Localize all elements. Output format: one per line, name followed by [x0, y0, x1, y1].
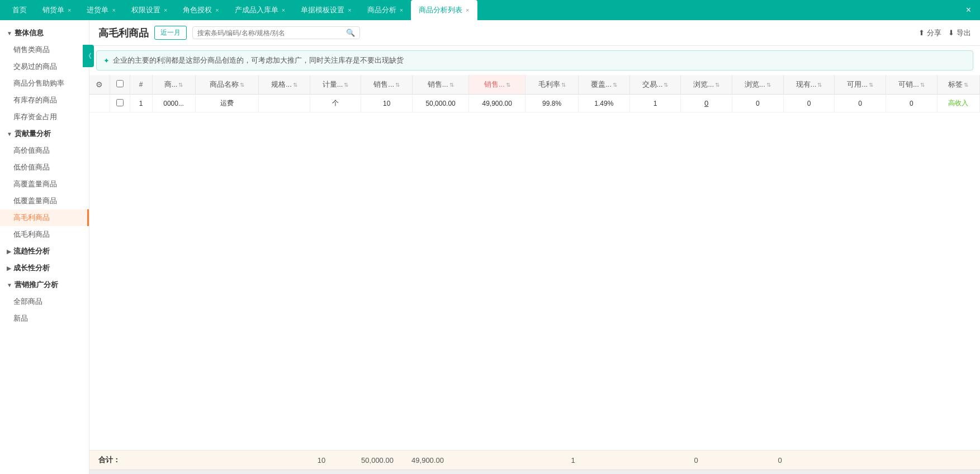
footer-available: 0	[758, 456, 802, 464]
col-view1[interactable]: 浏览... ⇅	[681, 75, 732, 95]
sidebar-item-assist-rate[interactable]: 商品分售助购率	[0, 75, 89, 92]
col-view1-sort[interactable]: ⇅	[715, 82, 719, 88]
sidebar-item-sale-goods-label: 销售类商品	[13, 45, 50, 54]
col-saleable[interactable]: 可销... ⇅	[886, 75, 938, 95]
sidebar-item-new-goods[interactable]: 新品	[0, 310, 89, 327]
tab-permission-close[interactable]: ×	[164, 7, 167, 13]
col-check[interactable]	[110, 75, 130, 95]
col-sale-profit[interactable]: 销售... ⇅	[469, 75, 525, 95]
col-code[interactable]: 商... ⇅	[152, 75, 195, 95]
sidebar-collapse-btn[interactable]: 《	[83, 45, 94, 67]
tab-role[interactable]: 角色授权 ×	[175, 0, 226, 20]
sidebar-item-low-value[interactable]: 低价值商品	[0, 159, 89, 176]
tab-sales[interactable]: 销货单 ×	[35, 0, 79, 20]
sidebar-item-high-value[interactable]: 高价值商品	[0, 142, 89, 159]
tab-analysis[interactable]: 商品分析 ×	[359, 0, 411, 20]
col-spec[interactable]: 规格... ⇅	[259, 75, 310, 95]
tab-template-close[interactable]: ×	[348, 7, 351, 13]
sidebar-item-low-coverage-label: 低覆盖量商品	[13, 196, 57, 205]
col-sale-qty-label: 销售...	[373, 79, 394, 90]
col-view2-sort[interactable]: ⇅	[766, 82, 771, 88]
sidebar-item-traded-goods[interactable]: 交易过的商品	[0, 58, 89, 75]
sidebar-group-growth[interactable]: ▶ 成长性分析	[0, 260, 89, 276]
row-view1-cell[interactable]: 0	[681, 95, 732, 112]
col-coverage-sort[interactable]: ⇅	[613, 82, 617, 88]
col-sale-profit-sort[interactable]: ⇅	[506, 82, 510, 88]
col-gross-rate-sort[interactable]: ⇅	[561, 82, 566, 88]
tab-purchase-close[interactable]: ×	[112, 7, 115, 13]
tab-product[interactable]: 产成品入库单 ×	[227, 0, 293, 20]
col-num: #	[130, 75, 152, 95]
col-sale-amt-sort[interactable]: ⇅	[449, 82, 454, 88]
select-all-checkbox[interactable]	[116, 80, 124, 87]
sidebar-group-growth-arrow: ▶	[7, 265, 11, 271]
tab-sales-close[interactable]: ×	[68, 7, 71, 13]
sidebar-group-contribution-label: 贡献量分析	[15, 129, 51, 139]
export-btn[interactable]: ⬇ 导出	[948, 28, 971, 38]
tab-product-close[interactable]: ×	[282, 7, 285, 13]
row-view1-link[interactable]: 0	[704, 99, 708, 107]
tab-role-close[interactable]: ×	[215, 7, 219, 13]
col-sale-qty[interactable]: 销售... ⇅	[361, 75, 413, 95]
row-check-cell[interactable]	[110, 95, 130, 112]
col-sale-amt[interactable]: 销售... ⇅	[413, 75, 469, 95]
search-icon[interactable]: 🔍	[346, 29, 355, 37]
table-footer: 合计： 10 50,000.00 49,900.00 1 0 0	[89, 450, 980, 470]
col-available-sort[interactable]: ⇅	[869, 82, 873, 88]
row-checkbox[interactable]	[116, 99, 124, 106]
row-transaction-cell: 1	[629, 95, 681, 112]
tab-template[interactable]: 单据模板设置 ×	[293, 0, 359, 20]
tab-analysis-list[interactable]: 商品分析列表 ×	[411, 0, 477, 20]
sidebar-item-high-coverage[interactable]: 高覆盖量商品	[0, 176, 89, 193]
col-transaction-sort[interactable]: ⇅	[664, 82, 668, 88]
col-settings[interactable]: ⚙	[89, 75, 110, 95]
sidebar-group-trend[interactable]: ▶ 流趋性分析	[0, 243, 89, 260]
tab-purchase[interactable]: 进货单 ×	[79, 0, 123, 20]
horizontal-scrollbar[interactable]	[89, 470, 980, 474]
col-coverage[interactable]: 覆盖... ⇅	[579, 75, 630, 95]
col-transaction[interactable]: 交易... ⇅	[629, 75, 681, 95]
row-name-cell[interactable]: 运费	[195, 95, 258, 112]
col-name-sort[interactable]: ⇅	[240, 82, 244, 88]
tab-analysis-close[interactable]: ×	[400, 7, 403, 13]
sidebar-item-all-goods[interactable]: 全部商品	[0, 293, 89, 310]
sidebar-group-overview-arrow: ▼	[7, 30, 12, 36]
close-all-btn[interactable]: ×	[962, 5, 976, 15]
search-input[interactable]	[197, 29, 346, 37]
col-current-sort[interactable]: ⇅	[817, 82, 822, 88]
tab-permission[interactable]: 权限设置 ×	[124, 0, 175, 20]
sidebar-item-stocked[interactable]: 有库存的商品	[0, 92, 89, 109]
sidebar-group-marketing[interactable]: ▼ 营销推广分析	[0, 276, 89, 293]
col-code-sort[interactable]: ⇅	[178, 82, 183, 88]
col-unit[interactable]: 计量... ⇅	[310, 75, 361, 95]
col-saleable-sort[interactable]: ⇅	[920, 82, 925, 88]
col-transaction-label: 交易...	[642, 79, 663, 90]
col-name[interactable]: 商品名称 ⇅	[195, 75, 258, 95]
col-gross-rate[interactable]: 毛利率 ⇅	[525, 75, 579, 95]
col-available[interactable]: 可用... ⇅	[835, 75, 886, 95]
col-tag-sort[interactable]: ⇅	[964, 82, 968, 88]
col-sale-qty-sort[interactable]: ⇅	[395, 82, 400, 88]
sidebar-item-capital[interactable]: 库存资金占用	[0, 109, 89, 125]
column-settings-icon[interactable]: ⚙	[96, 80, 103, 89]
col-saleable-label: 可销...	[898, 79, 919, 90]
sidebar-item-sale-goods[interactable]: 销售类商品	[0, 41, 89, 58]
sidebar-item-low-coverage[interactable]: 低覆盖量商品	[0, 193, 89, 209]
sidebar-item-low-margin-label: 低毛利商品	[13, 230, 50, 238]
sidebar-group-overview[interactable]: ▼ 整体信息	[0, 25, 89, 41]
col-unit-sort[interactable]: ⇅	[344, 82, 348, 88]
col-tag[interactable]: 标签 ⇅	[937, 75, 979, 95]
col-spec-sort[interactable]: ⇅	[293, 82, 297, 88]
tab-template-label: 单据模板设置	[301, 5, 344, 15]
time-filter-btn[interactable]: 近一月	[154, 26, 187, 40]
table-wrapper[interactable]: ⚙ # 商... ⇅	[89, 75, 980, 450]
sidebar-item-high-margin[interactable]: 高毛利商品	[0, 209, 89, 226]
col-current[interactable]: 现有... ⇅	[783, 75, 835, 95]
share-btn[interactable]: ⬆ 分享	[919, 28, 941, 38]
sidebar-group-contribution[interactable]: ▼ 贡献量分析	[0, 125, 89, 142]
export-icon: ⬇	[948, 29, 954, 37]
sidebar-item-low-margin[interactable]: 低毛利商品	[0, 226, 89, 243]
col-view2[interactable]: 浏览... ⇅	[732, 75, 784, 95]
tab-analysis-list-close[interactable]: ×	[466, 7, 469, 13]
tab-home[interactable]: 首页	[4, 0, 35, 20]
